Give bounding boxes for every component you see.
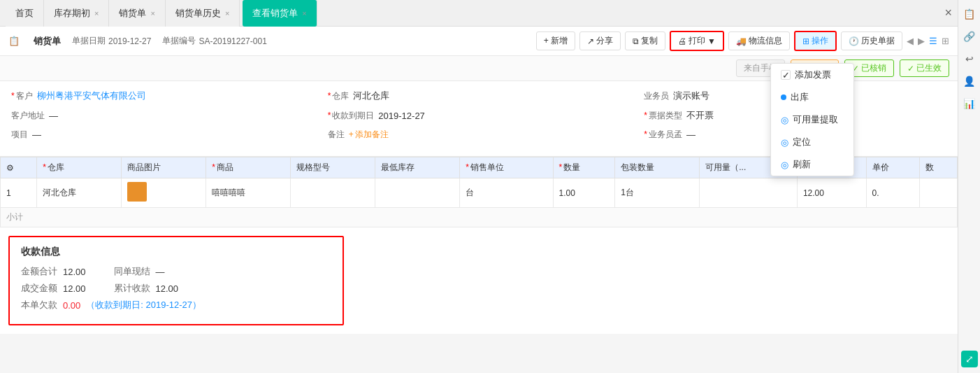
tab-inventory[interactable]: 库存期初 × (44, 0, 109, 27)
col-sales-unit: 销售单位 (460, 157, 553, 178)
operate-icon: ⊞ (802, 36, 809, 46)
address-value: — (49, 111, 58, 121)
col-settings[interactable]: ⚙ (1, 157, 37, 178)
print-label: 打印 (689, 35, 705, 47)
row-product: 嘻嘻嘻嘻 (206, 178, 291, 208)
warehouse-value: 河北仓库 (353, 90, 389, 102)
share-icon: ↗ (587, 36, 594, 46)
address-label: 客户地址 (11, 110, 45, 122)
col-more: 数 (919, 157, 957, 178)
tab-view-sales-label: 查看销货单 (252, 7, 298, 20)
operate-button[interactable]: ⊞ 操作 (794, 31, 837, 51)
locate-label: 定位 (793, 136, 811, 148)
deal-amount-value: 12.00 (63, 283, 86, 294)
next-arrow[interactable]: ▶ (918, 36, 925, 46)
copy-label: 复制 (641, 35, 658, 47)
add-note-button[interactable]: 添加备注 (349, 129, 389, 141)
list-view-icon[interactable]: ☰ (929, 36, 937, 46)
tab-sales-history-label: 销货单历史 (175, 7, 221, 20)
refresh-item[interactable]: ◎ 刷新 (771, 153, 853, 176)
payment-due-value: 2019-12-27 (378, 111, 425, 121)
copy-button[interactable]: ⧉ 复制 (625, 31, 665, 50)
history-button[interactable]: 🕐 历史单据 (841, 31, 902, 50)
ticket-type-label: 票据类型 (644, 110, 682, 122)
outbound-dot (781, 94, 786, 100)
doc-info: 📋 销货单 单据日期 2019-12-27 单据编号 SA-20191227-0… (8, 35, 531, 48)
doc-title: 销货单 (34, 35, 61, 48)
warehouse-label: 仓库 (328, 90, 350, 102)
col-spec: 规格型号 (291, 157, 375, 178)
bottom-section: 收款信息 金额合计 12.00 同单现结 — 成交金额 12.00 累计收款 (0, 227, 958, 334)
tab-inventory-close[interactable]: × (94, 9, 99, 17)
doc-date-value: 2019-12-27 (108, 36, 151, 46)
payment-due-field: 收款到期日 2019-12-27 (328, 110, 630, 122)
share-button[interactable]: ↗ 分享 (579, 31, 621, 50)
settings-gear-icon[interactable]: ⚙ (6, 163, 14, 173)
tab-inventory-label: 库存期初 (54, 7, 90, 20)
tab-sales-order-close[interactable]: × (150, 9, 154, 17)
customer-field: 客户 柳州粤港平安气体有限公司 (11, 90, 314, 102)
tab-sales-order[interactable]: 销货单 × (109, 0, 165, 27)
subtotal-label: 小计 (1, 208, 958, 227)
customer-value[interactable]: 柳州粤港平安气体有限公司 (37, 90, 146, 102)
payment-row-3: 本单欠款 0.00 （收款到期日: 2019-12-27） (21, 299, 331, 311)
row-current-stock: 12.00 (797, 178, 866, 208)
logistics-button[interactable]: 🚚 物流信息 (728, 31, 790, 50)
quantity-extract-label: 可用量提取 (793, 113, 838, 126)
grid-view-icon[interactable]: ⊞ (942, 36, 949, 46)
effective-button[interactable]: ✓ 已生效 (900, 59, 949, 77)
sidebar-icon-3[interactable]: ↩ (961, 50, 978, 67)
sidebar-icon-5[interactable]: 📊 (961, 95, 978, 112)
col-warehouse: 仓库 (37, 157, 122, 178)
print-dropdown-icon: ▼ (707, 36, 716, 46)
tab-home[interactable]: 首页 (6, 0, 44, 27)
outbound-item[interactable]: 出库 (771, 86, 853, 108)
window-close-button[interactable]: × (944, 6, 952, 20)
payment-info: 收款信息 金额合计 12.00 同单现结 — 成交金额 12.00 累计收款 (8, 236, 344, 325)
sidebar-icon-4[interactable]: 👤 (961, 73, 978, 90)
tab-view-sales[interactable]: 查看销货单 × (243, 0, 317, 27)
tab-home-label: 首页 (15, 7, 34, 20)
row-spec (291, 178, 375, 208)
doc-number-value: SA-20191227-001 (199, 36, 266, 46)
quantity-extract-item[interactable]: ◎ 可用量提取 (771, 108, 853, 131)
tab-sales-history-close[interactable]: × (225, 9, 229, 17)
cumulative-field: 累计收款 12.00 (114, 282, 179, 295)
quantity-extract-icon: ◎ (781, 115, 788, 125)
row-product-img (122, 178, 206, 208)
add-invoice-item[interactable]: ✓ 添加发票 (771, 64, 853, 86)
product-image (127, 182, 147, 202)
payment-title: 收款信息 (21, 246, 331, 258)
salesperson-value: — (686, 129, 696, 140)
doc-number-label: 单据编号 (162, 35, 196, 47)
tab-sales-history[interactable]: 销货单历史 × (166, 0, 240, 27)
cumulative-value: 12.00 (156, 283, 179, 294)
col-unit-price: 单价 (866, 157, 919, 178)
new-button[interactable]: + 新增 (536, 31, 575, 50)
prev-arrow[interactable]: ◀ (907, 36, 914, 46)
note-field: 备注 添加备注 (328, 129, 630, 141)
staff-value: 演示账号 (673, 90, 709, 102)
payment-due-label: 收款到期日 (328, 110, 375, 122)
sidebar-icon-1[interactable]: 📋 (961, 6, 978, 22)
row-warehouse: 河北仓库 (37, 178, 122, 208)
outbound-label: 出库 (791, 91, 809, 104)
right-sidebar: 📋 🔗 ↩ 👤 📊 ⤢ (958, 0, 980, 334)
table-row: 1 河北仓库 嘻嘻嘻嘻 台 1.00 1台 12.00 0. (1, 178, 958, 208)
tab-view-sales-close[interactable]: × (302, 9, 306, 17)
total-amount-label: 金额合计 (21, 265, 57, 278)
operate-dropdown: ✓ 添加发票 出库 ◎ 可用量提取 ◎ 定位 ◎ 刷新 (770, 63, 854, 176)
warehouse-field: 仓库 河北仓库 (328, 90, 630, 102)
subtotal-row: 小计 (1, 208, 958, 227)
project-label: 项目 (11, 129, 28, 141)
row-min-stock (375, 178, 460, 208)
row-quantity: 1.00 (553, 178, 615, 208)
locate-item[interactable]: ◎ 定位 (771, 131, 853, 153)
col-min-stock: 最低库存 (375, 157, 460, 178)
logistics-icon: 🚚 (736, 36, 747, 46)
print-button[interactable]: 🖨 打印 ▼ (670, 31, 724, 51)
sidebar-icon-2[interactable]: 🔗 (961, 28, 978, 45)
payment-row-2: 成交金额 12.00 累计收款 12.00 (21, 282, 331, 295)
col-quantity: 数量 (553, 157, 615, 178)
logistics-label: 物流信息 (749, 35, 782, 47)
